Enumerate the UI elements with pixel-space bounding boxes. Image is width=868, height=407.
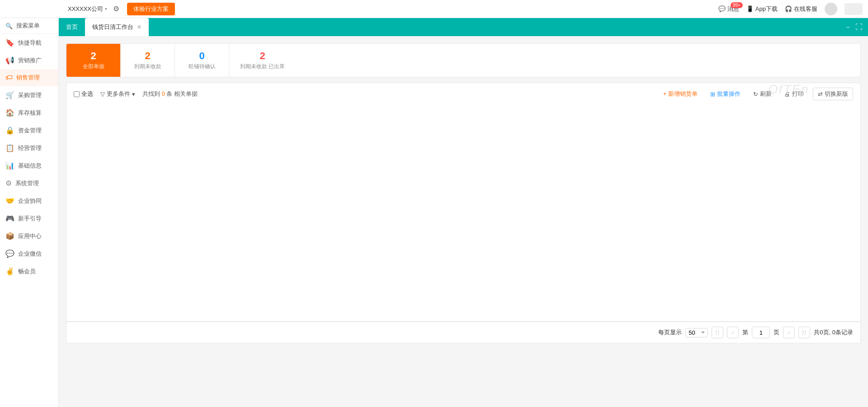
sidebar-item-finance[interactable]: 🔒 资金管理: [0, 122, 58, 139]
window-expand-icon[interactable]: ⛶: [855, 23, 863, 31]
found-text: 共找到 0 条 相关单据: [142, 90, 198, 98]
sidebar-item-purchase[interactable]: 🛒 采购管理: [0, 86, 58, 104]
system-icon: ⚙: [5, 179, 12, 187]
page-label-di: 第: [742, 328, 748, 337]
tab-workbench[interactable]: 钱货日清工作台 ✕: [85, 18, 149, 36]
message-icon: 💬: [718, 5, 726, 12]
filter-btn[interactable]: ▽ 更多条件 ▾: [97, 88, 139, 100]
stat-wangpu-label: 旺铺待确认: [186, 63, 218, 70]
operations-icon: 📋: [5, 144, 14, 152]
page-number-input[interactable]: 1: [752, 327, 770, 338]
switch-version-btn[interactable]: ⇄ 切换新版: [813, 88, 853, 100]
stat-overdue[interactable]: 2 到期未收款: [121, 44, 175, 77]
sidebar-label-inventory: 库存核算: [18, 109, 42, 117]
sidebar-label-purchase: 采购管理: [18, 91, 42, 99]
page-summary: 共0页, 0条记录: [814, 328, 853, 337]
user-name-area[interactable]: [844, 3, 863, 15]
experience-btn[interactable]: 体验行业方案: [127, 3, 175, 15]
tab-close-icon[interactable]: ✕: [137, 24, 142, 30]
refresh-label: 刷新: [760, 90, 772, 98]
page-first-btn[interactable]: ⟨⟨: [712, 327, 723, 338]
print-btn[interactable]: 🖨 打印: [781, 88, 807, 100]
found-num: 0: [162, 90, 165, 97]
stat-wangpu-num: 0: [186, 50, 218, 62]
sidebar-item-member[interactable]: ✌ 畅会员: [0, 262, 58, 280]
marketing-icon: 📢: [5, 56, 14, 65]
stat-shipped[interactable]: 2 到期未收款 已出库: [229, 44, 296, 77]
page-next-btn[interactable]: ＞: [783, 327, 795, 338]
sidebar-label-sales: 销售管理: [16, 74, 40, 82]
sidebar-item-operations[interactable]: 📋 经营管理: [0, 139, 58, 157]
company-selector[interactable]: XXXXXX公司 ▾: [68, 5, 107, 13]
sidebar-item-quick-nav[interactable]: 🔖 快捷导航: [0, 34, 58, 51]
toolbar-right: + 新增销货单 ⊞ 批量操作 ↻ 刷新 🖨 打印 ⇄ 切换新版: [660, 88, 853, 100]
message-badge: 99+: [731, 2, 743, 8]
search-icon: 🔍: [5, 23, 13, 29]
sidebar-item-system[interactable]: ⚙ 系统管理: [0, 174, 58, 192]
finance-icon: 🔒: [5, 126, 14, 135]
collab-icon: 🤝: [5, 196, 14, 205]
sidebar-item-basic-info[interactable]: 📊 基础信息: [0, 157, 58, 174]
sidebar-item-guide[interactable]: 🎮 新手引导: [0, 210, 58, 227]
stat-overdue-label: 到期未收款: [132, 63, 164, 70]
company-chevron-icon: ▾: [105, 6, 107, 11]
app-download-item[interactable]: 📱 App下载: [746, 5, 778, 13]
page-last-btn[interactable]: ⟩⟩: [798, 327, 810, 338]
select-all-checkbox[interactable]: 全选: [74, 90, 93, 98]
sidebar-item-enterprise-wechat[interactable]: 💬 企业微信: [0, 245, 58, 262]
sidebar-search-label: 搜索菜单: [16, 22, 40, 30]
company-name: XXXXXX公司: [68, 5, 103, 13]
add-sales-order-btn[interactable]: + 新增销货单: [660, 88, 701, 100]
filter-icon: ▽: [100, 91, 105, 98]
online-service-item[interactable]: 🎧 在线客服: [785, 5, 817, 13]
sidebar-item-sales[interactable]: 🏷 销售管理: [0, 69, 58, 86]
sidebar-label-app-center: 应用中心: [18, 232, 42, 240]
message-item[interactable]: 💬 消息 99+: [718, 5, 739, 13]
avatar[interactable]: [825, 3, 837, 15]
select-all-input[interactable]: [74, 91, 80, 97]
member-icon: ✌: [5, 267, 14, 276]
filter-chevron-icon: ▾: [132, 91, 135, 98]
online-service-label: 在线客服: [794, 5, 817, 13]
page-label-ye: 页: [774, 328, 779, 337]
stat-shipped-label: 到期未收款 已出库: [240, 63, 285, 70]
top-header: XXXXXX公司 ▾ ⚙ 体验行业方案 💬 消息 99+ 📱 App下载 🎧 在…: [0, 0, 868, 18]
stat-all[interactable]: 2 全部单据: [66, 44, 121, 77]
sidebar-label-enterprise-wechat: 企业微信: [18, 250, 42, 258]
settings-icon[interactable]: ⚙: [110, 3, 123, 15]
tab-workbench-label: 钱货日清工作台: [92, 23, 133, 31]
print-label: 打印: [792, 90, 804, 98]
switch-label: 切换新版: [825, 90, 848, 98]
refresh-btn[interactable]: ↻ 刷新: [750, 88, 775, 100]
window-minimize-icon[interactable]: －: [844, 23, 852, 32]
sidebar-item-app-center[interactable]: 📦 应用中心: [0, 227, 58, 245]
guide-icon: 🎮: [5, 214, 14, 223]
main-content: 2 全部单据 2 到期未收款 0 旺铺待确认 2 到期未收款 已出库 全选 ▽ …: [59, 36, 868, 407]
page-prev-btn[interactable]: ＜: [727, 327, 739, 338]
enterprise-wechat-icon: 💬: [5, 249, 14, 258]
found-prefix: 共找到: [142, 90, 160, 97]
sidebar-search[interactable]: 🔍 搜索菜单: [0, 18, 58, 34]
stat-overdue-num: 2: [132, 50, 164, 62]
quick-nav-icon: 🔖: [5, 38, 14, 47]
batch-operation-btn[interactable]: ⊞ 批量操作: [707, 88, 744, 100]
sidebar-label-basic-info: 基础信息: [18, 162, 42, 170]
pagination-bar: 每页显示 50 100 200 ⟨⟨ ＜ 第 1 页 ＞ ⟩⟩ 共0页, 0条记…: [66, 322, 861, 343]
batch-icon: ⊞: [710, 91, 715, 98]
sidebar-item-marketing[interactable]: 📢 营销推广: [0, 51, 58, 69]
sidebar-item-collab[interactable]: 🤝 企业协同: [0, 192, 58, 210]
select-all-label: 全选: [81, 90, 93, 98]
sidebar-item-inventory[interactable]: 🏠 库存核算: [0, 104, 58, 122]
sidebar-label-operations: 经营管理: [18, 144, 42, 152]
nav-tabs: 首页 钱货日清工作台 ✕ － ⛶: [59, 18, 868, 36]
stat-wangpu[interactable]: 0 旺铺待确认: [175, 44, 229, 77]
tab-home[interactable]: 首页: [59, 18, 85, 36]
per-page-select[interactable]: 50 100 200: [685, 328, 708, 337]
batch-label: 批量操作: [717, 90, 741, 98]
sales-icon: 🏷: [5, 74, 13, 82]
sidebar-label-quick-nav: 快捷导航: [18, 39, 42, 47]
sidebar-label-guide: 新手引导: [18, 215, 42, 223]
found-suffix: 条 相关单据: [166, 90, 198, 97]
stat-all-label: 全部单据: [77, 63, 109, 70]
sidebar-label-marketing: 营销推广: [18, 56, 42, 65]
